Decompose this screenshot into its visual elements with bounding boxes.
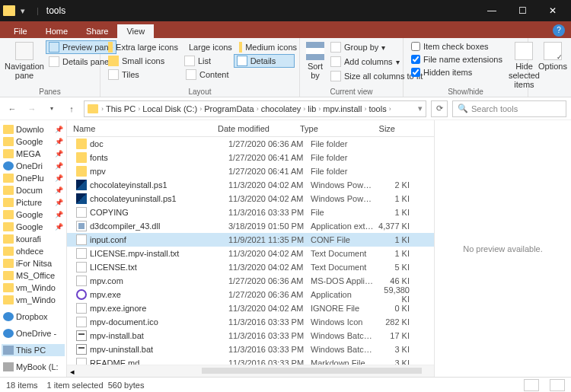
tree-node[interactable]: Picture📌 bbox=[2, 196, 65, 209]
tab-share[interactable]: Share bbox=[77, 24, 117, 38]
tree-node[interactable]: OnePlu📌 bbox=[2, 172, 65, 184]
hidden-items-toggle[interactable]: Hidden items bbox=[408, 66, 506, 78]
file-row[interactable]: mpv.exe.ignore 11/3/2020 04:02 AM IGNORE… bbox=[67, 301, 434, 315]
file-row[interactable]: README.md 11/3/2016 03:33 PM Markdown Fi… bbox=[67, 356, 434, 365]
address-bar[interactable]: › This PC›Local Disk (C:)›ProgramData›ch… bbox=[84, 100, 426, 117]
tree-node[interactable]: Docum📌 bbox=[2, 184, 65, 196]
recent-dropdown[interactable]: ▾ bbox=[44, 101, 59, 116]
file-date: 1/27/2020 06:41 AM bbox=[222, 167, 305, 176]
minimize-button[interactable]: — bbox=[477, 0, 507, 21]
folder-icon bbox=[3, 210, 14, 219]
layout-large[interactable]: Large icons bbox=[183, 40, 234, 54]
file-row[interactable]: doc 1/27/2020 06:36 AM File folder bbox=[67, 137, 434, 151]
tree-node[interactable]: MyBook (L: bbox=[2, 361, 65, 373]
help-icon[interactable]: ? bbox=[553, 24, 565, 37]
file-row[interactable]: chocolateyuninstall.ps1 11/3/2020 04:02 … bbox=[67, 192, 434, 206]
file-row[interactable]: mpv-document.ico 11/3/2016 03:33 PM Wind… bbox=[67, 315, 434, 329]
file-row[interactable]: d3dcompiler_43.dll 3/18/2019 01:50 PM Ap… bbox=[67, 219, 434, 233]
layout-details[interactable]: Details bbox=[234, 54, 295, 68]
file-size: 59,380 KI bbox=[375, 285, 413, 304]
search-input[interactable]: 🔍 Search tools bbox=[452, 100, 566, 117]
layout-extra-large[interactable]: Extra large icons bbox=[105, 40, 181, 54]
file-row[interactable]: mpv 1/27/2020 06:41 AM File folder bbox=[67, 164, 434, 178]
tab-home[interactable]: Home bbox=[37, 24, 77, 38]
nav-tree[interactable]: Downlo📌Google📌MEGA📌OneDri📌OnePlu📌Docum📌P… bbox=[0, 120, 67, 377]
tree-node[interactable]: OneDri📌 bbox=[2, 160, 65, 172]
tree-node[interactable]: Downlo📌 bbox=[2, 123, 65, 135]
breadcrumb-segment[interactable]: tools› bbox=[368, 104, 391, 113]
tree-node[interactable]: Dropbox bbox=[2, 311, 65, 323]
file-row[interactable]: input.conf 11/9/2021 11:35 PM CONF File … bbox=[67, 233, 434, 247]
file-type: File bbox=[305, 208, 375, 217]
file-type: File folder bbox=[305, 167, 375, 176]
col-date[interactable]: Date modified bbox=[212, 124, 294, 133]
breadcrumb-segment[interactable]: Local Disk (C:)› bbox=[142, 104, 202, 113]
file-size: 1 KI bbox=[375, 208, 413, 217]
h-scrollbar[interactable]: ◂ bbox=[67, 365, 434, 377]
tree-node[interactable]: MS_Office bbox=[2, 269, 65, 282]
file-row[interactable]: COPYING 11/3/2016 03:33 PM File 1 KI bbox=[67, 206, 434, 219]
thumbnails-view-button[interactable] bbox=[550, 379, 565, 391]
options-button[interactable]: ✓ Options bbox=[533, 40, 571, 72]
sort-by-button[interactable]: Sort by bbox=[305, 40, 326, 83]
navigation-pane-button[interactable]: Navigation pane bbox=[5, 40, 44, 81]
file-name: mpv-install.bat bbox=[90, 331, 222, 340]
file-row[interactable]: fonts 1/27/2020 06:41 AM File folder bbox=[67, 151, 434, 164]
up-button[interactable]: ↑ bbox=[64, 101, 79, 116]
tree-node[interactable]: ohdece bbox=[2, 245, 65, 257]
col-name[interactable]: Name bbox=[67, 124, 212, 133]
file-row[interactable]: mpv-uninstall.bat 11/3/2016 03:33 PM Win… bbox=[67, 343, 434, 356]
tree-node[interactable]: kourafi bbox=[2, 233, 65, 245]
folder-icon bbox=[3, 271, 14, 280]
back-button[interactable]: ← bbox=[5, 101, 20, 116]
forward-button[interactable]: → bbox=[24, 101, 40, 116]
tab-view[interactable]: View bbox=[117, 24, 154, 38]
dll-icon bbox=[76, 221, 87, 231]
tree-node[interactable]: MEGA📌 bbox=[2, 148, 65, 160]
tree-node[interactable]: OneDrive - bbox=[2, 327, 65, 339]
file-extensions-toggle[interactable]: File name extensions bbox=[408, 53, 506, 65]
file-name: fonts bbox=[90, 153, 222, 162]
file-row[interactable]: chocolateyinstall.ps1 11/3/2020 04:02 AM… bbox=[67, 178, 434, 192]
breadcrumb-segment[interactable]: mpv.install› bbox=[323, 104, 366, 113]
tree-node[interactable]: Google📌 bbox=[2, 221, 65, 233]
refresh-button[interactable]: ⟳ bbox=[431, 100, 448, 117]
breadcrumb-segment[interactable]: This PC› bbox=[106, 104, 140, 113]
file-row[interactable]: mpv.exe 1/27/2020 06:36 AM Application 5… bbox=[67, 288, 434, 301]
file-name: README.md bbox=[90, 359, 222, 365]
ico-icon bbox=[76, 317, 87, 327]
breadcrumb-segment[interactable]: chocolatey› bbox=[261, 104, 306, 113]
file-row[interactable]: LICENSE.mpv-install.txt 11/3/2020 04:02 … bbox=[67, 247, 434, 260]
address-dropdown[interactable]: ▾ bbox=[418, 104, 423, 113]
tree-node[interactable]: vm_Windo bbox=[2, 294, 65, 306]
tiles-icon bbox=[108, 69, 119, 80]
details-view-button[interactable] bbox=[524, 379, 539, 391]
layout-medium[interactable]: Medium icons bbox=[236, 40, 300, 54]
file-row[interactable]: mpv-install.bat 11/3/2016 03:33 PM Windo… bbox=[67, 329, 434, 343]
tree-node[interactable]: Google📌 bbox=[2, 209, 65, 221]
tab-file[interactable]: File bbox=[5, 24, 37, 38]
item-checkboxes-toggle[interactable]: Item check boxes bbox=[408, 40, 506, 53]
layout-content[interactable]: Content bbox=[183, 68, 234, 81]
file-list[interactable]: doc 1/27/2020 06:36 AM File folder fonts… bbox=[67, 137, 434, 365]
tree-node[interactable]: This PC bbox=[2, 344, 65, 356]
tree-node[interactable]: vm_Windo bbox=[2, 282, 65, 294]
col-type[interactable]: Type bbox=[294, 124, 364, 133]
close-button[interactable]: ✕ bbox=[538, 0, 568, 21]
col-size[interactable]: Size bbox=[364, 124, 402, 133]
layout-tiles[interactable]: Tiles bbox=[105, 68, 181, 81]
scroll-left-icon[interactable]: ◂ bbox=[70, 367, 78, 374]
preview-pane: No preview available. bbox=[434, 120, 571, 377]
qat-item[interactable]: ▾ bbox=[21, 6, 30, 15]
tree-node[interactable]: Google📌 bbox=[2, 135, 65, 148]
file-name: LICENSE.mpv-install.txt bbox=[90, 249, 222, 258]
maximize-button[interactable]: ☐ bbox=[507, 0, 538, 21]
breadcrumb-segment[interactable]: ProgramData› bbox=[204, 104, 258, 113]
layout-small[interactable]: Small icons bbox=[105, 54, 180, 68]
bat-icon bbox=[76, 344, 87, 355]
file-row[interactable]: LICENSE.txt 11/3/2020 04:02 AM Text Docu… bbox=[67, 260, 434, 274]
file-icon bbox=[76, 207, 87, 218]
breadcrumb-segment[interactable]: lib› bbox=[308, 104, 321, 113]
layout-list[interactable]: List bbox=[181, 54, 232, 68]
tree-node[interactable]: iFor Nitsa bbox=[2, 257, 65, 269]
